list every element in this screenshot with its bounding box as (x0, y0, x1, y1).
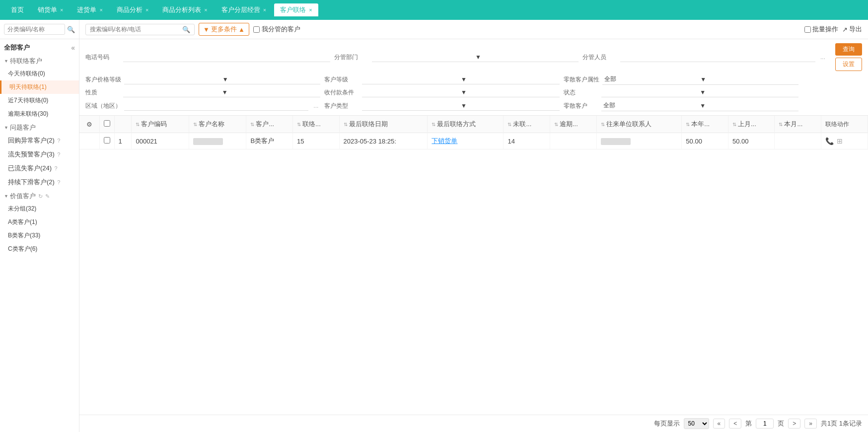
row-select-checkbox[interactable] (104, 137, 110, 144)
setting-button[interactable]: 设置 (835, 58, 862, 71)
call-icon[interactable]: 📞 (825, 137, 834, 145)
col-not-contacted[interactable]: 未联... (504, 116, 550, 133)
select-all-checkbox[interactable] (104, 120, 110, 127)
sidebar-item-a[interactable]: A类客户(1) (0, 216, 79, 229)
payment-select[interactable]: ▼ (362, 88, 559, 97)
close-tab-0[interactable]: × (60, 7, 63, 13)
retail-attr-select[interactable]: 全部 ▼ (602, 74, 798, 85)
filter-btn[interactable]: ▼ 更多条件 ▲ (199, 23, 249, 36)
col-last-month[interactable]: 上月... (728, 116, 775, 133)
col-type[interactable]: 客户... (246, 116, 293, 133)
nav-tab-1[interactable]: 进货单 × (71, 3, 108, 16)
my-customer-check[interactable]: 我分管的客户 (253, 25, 300, 34)
page-last-btn[interactable]: » (804, 419, 817, 429)
nav-home[interactable]: 首页 (5, 3, 30, 16)
customer-level-select[interactable]: ▼ (362, 75, 559, 84)
nav-tab-0[interactable]: 销货单 × (32, 3, 69, 16)
filter-phone: 电话号码 (85, 53, 330, 62)
close-tab-1[interactable]: × (99, 7, 102, 13)
table-row: 1 000021 B类客户 15 2023-05-23 18:25: 下销货单 … (79, 133, 868, 149)
search-wrap: 🔍 (85, 24, 195, 35)
search-icon[interactable]: 🔍 (182, 26, 190, 33)
gear-icon[interactable]: ⚙ (86, 121, 92, 128)
sidebar-item-abnormal[interactable]: 回购异常客户(2) ? (0, 134, 79, 147)
col-code[interactable]: 客户编码 (132, 116, 189, 133)
sidebar-item-lost[interactable]: 已流失客户(24) ? (0, 161, 79, 175)
col-contacts[interactable]: 联络... (292, 116, 339, 133)
batch-op-btn[interactable]: 批量操作 (804, 25, 838, 34)
export-btn[interactable]: ↗ 导出 (842, 25, 862, 34)
close-tab-2[interactable]: × (145, 7, 148, 13)
col-overdue[interactable]: 逾期... (550, 116, 597, 133)
page-number-input[interactable] (756, 419, 774, 429)
page-prev-btn[interactable]: < (729, 419, 741, 429)
nav-tab-2[interactable]: 商品分析 × (111, 3, 154, 16)
sidebar-item-overdue[interactable]: 逾期未联络(30) (0, 107, 79, 121)
export-icon: ↗ (842, 26, 848, 33)
filter-row-4: 区域（地区） ... 客户类型 ▼ 零散客户 全部 ▼ (85, 100, 862, 111)
filter-panel: 电话号码 分管部门 ▼ 分管人员 ... 查询 设置 (79, 39, 868, 116)
col-last-date[interactable]: 最后联络日期 (339, 116, 428, 133)
region-input[interactable] (124, 101, 308, 111)
filter-gender: 性质 ▼ (85, 88, 320, 97)
sidebar-item-tomorrow[interactable]: 明天待联络(1) (0, 80, 79, 94)
page-first-btn[interactable]: « (713, 419, 725, 429)
sidebar-item-ungrp[interactable]: 未分组(32) (0, 202, 79, 216)
manager-ellipsis[interactable]: ... (818, 54, 827, 61)
gender-label: 性质 (85, 88, 120, 97)
sidebar-search-input[interactable] (4, 24, 65, 35)
customer-type-select[interactable]: ▼ (362, 101, 559, 111)
nav-tab-4[interactable]: 客户分层经营 × (216, 3, 272, 16)
sidebar-item-today[interactable]: 今天待联络(0) (0, 67, 79, 80)
sidebar-item-declining[interactable]: 持续下滑客户(2) ? (0, 175, 79, 189)
sidebar-item-c[interactable]: C类客户(6) (0, 242, 79, 256)
sidebar-item-b[interactable]: B类客户(33) (0, 229, 79, 242)
sidebar-item-warning[interactable]: 流失预警客户(3) ? (0, 147, 79, 161)
close-tab-3[interactable]: × (204, 7, 207, 13)
col-this-year[interactable]: 本年... (682, 116, 728, 133)
status-select[interactable]: ▼ (601, 88, 798, 97)
col-this-month[interactable]: 本月... (775, 116, 821, 133)
customer-table: ⚙ 客户编码 客户名称 客户... 联络... 最后联络日期 最后联络方式 未联… (79, 116, 868, 149)
sidebar-search-icon[interactable]: 🔍 (67, 26, 75, 33)
price-level-select[interactable]: ▼ (124, 75, 320, 84)
col-unit-contact[interactable]: 往来单位联系人 (596, 116, 682, 133)
total-label: 共1页 1条记录 (821, 419, 862, 428)
manager-input[interactable] (620, 53, 815, 62)
dept-chevron-icon: ▼ (475, 54, 577, 61)
nav-tab-3[interactable]: 商品分析列表 × (156, 3, 213, 16)
row-last-method[interactable]: 下销货单 (428, 133, 504, 149)
phone-input[interactable] (123, 53, 330, 62)
row-overdue (550, 133, 597, 149)
nav-tab-5[interactable]: 客户联络 × (274, 3, 318, 16)
close-tab-5[interactable]: × (309, 7, 312, 13)
status-chevron-icon: ▼ (700, 89, 796, 96)
toolbar-right: 批量操作 ↗ 导出 (804, 25, 862, 34)
my-customer-checkbox[interactable] (253, 26, 260, 33)
page-next-btn[interactable]: > (788, 419, 800, 429)
search-input[interactable] (90, 26, 182, 33)
row-this-year: 50.00 (682, 133, 728, 149)
row-checkbox[interactable] (99, 133, 114, 149)
col-name[interactable]: 客户名称 (189, 116, 246, 133)
col-gear[interactable]: ⚙ (79, 116, 99, 133)
query-button[interactable]: 查询 (835, 43, 862, 56)
row-last-date: 2023-05-23 18:25: (339, 133, 428, 149)
region-label: 区域（地区） (85, 102, 121, 110)
col-last-method[interactable]: 最后联络方式 (428, 116, 504, 133)
filter-payment: 收付款条件 ▼ (324, 88, 559, 97)
region-ellipsis[interactable]: ... (311, 102, 320, 109)
retail-customer-select[interactable]: 全部 ▼ (601, 100, 798, 111)
filter-status: 状态 ▼ (564, 88, 798, 97)
filter-retail-customer: 零散客户 全部 ▼ (564, 100, 798, 111)
toolbar: 🔍 ▼ 更多条件 ▲ 我分管的客户 批量操作 ↗ 导出 (79, 20, 868, 39)
dept-select[interactable]: ▼ (372, 53, 579, 62)
col-checkbox[interactable] (99, 116, 114, 133)
batch-checkbox[interactable] (804, 26, 811, 33)
sidebar-item-7days[interactable]: 近7天待联络(0) (0, 94, 79, 107)
close-tab-4[interactable]: × (263, 7, 266, 13)
gender-select[interactable]: ▼ (123, 88, 320, 97)
grid-icon[interactable]: ⊞ (837, 137, 843, 145)
collapse-sidebar-btn[interactable]: « (71, 44, 75, 52)
per-page-select[interactable]: 50 100 200 (684, 418, 709, 429)
